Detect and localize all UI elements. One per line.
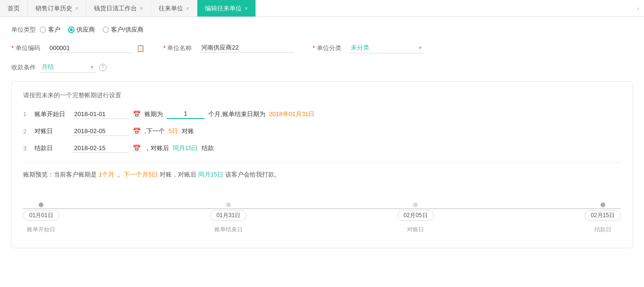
tab-home[interactable]: 首页 (0, 0, 28, 17)
row-2-value: 📅 ,下一个 5日 对账 (72, 127, 194, 136)
timeline: 01月01日 账单开始日 01月31日 账单结束日 02月05日 对账日 (23, 198, 621, 238)
row-3-suffix: 结款 (202, 144, 214, 152)
timeline-dot-0 (39, 203, 43, 207)
row-3-highlight: 同月15日 (173, 144, 198, 152)
radio-group-unit-type: 客户 供应商 客户/供应商 (40, 25, 144, 34)
row-2-num: 2 (23, 128, 34, 135)
radio-both[interactable]: 客户/供应商 (102, 25, 144, 34)
row-1-suffix: 账期为 (144, 110, 163, 118)
unit-name-field: 单位名称 (163, 43, 294, 53)
preview-part3: 同月15日 (198, 171, 223, 178)
setting-row-1: 1 账单开始日 📅 账期为 个月,账单结束日期为 2018年01月31日 (23, 109, 621, 119)
preview-mid: 对账，对账后 (160, 171, 196, 178)
timeline-item-3: 02月15日 结款日 (585, 203, 621, 234)
timeline-sub-2: 对账日 (407, 226, 424, 234)
setting-row-2: 2 对账日 📅 ,下一个 5日 对账 (23, 127, 621, 136)
unit-type-row: 单位类型 客户 供应商 客户/供应商 (11, 25, 633, 34)
row-2-calendar-icon[interactable]: 📅 (133, 127, 141, 135)
preview-part2: 下一个月5日 (124, 171, 158, 178)
radio-both-circle (102, 26, 109, 33)
tab-arrow[interactable]: › (633, 0, 644, 17)
row-1-num: 1 (23, 110, 34, 118)
radio-supplier-circle (68, 26, 75, 33)
preview-end: 该客户会给我打款。 (225, 171, 280, 178)
tab-cash-work[interactable]: 钱货日清工作台 × (86, 0, 151, 17)
row-1-calendar-icon[interactable]: 📅 (133, 110, 141, 118)
unit-code-input[interactable] (48, 43, 133, 53)
tab-sales-history[interactable]: 销售订单历史 × (28, 0, 86, 17)
unit-category-field: 单位分类 未分类 ▼ (313, 42, 424, 53)
help-icon[interactable]: ? (99, 64, 107, 71)
timeline-items: 01月01日 账单开始日 01月31日 账单结束日 02月05日 对账日 (23, 203, 621, 234)
radio-both-label: 客户/供应商 (111, 25, 144, 34)
row-1-date-input[interactable] (72, 110, 129, 119)
row-1-label: 账单开始日 (34, 110, 72, 118)
preview-part1: 1个月 (99, 171, 114, 178)
timeline-badge-1: 01月31日 (210, 210, 246, 221)
tab-edit-partner-label: 编辑往来单位 (205, 4, 242, 13)
row-3-prefix: ，对账后 (144, 144, 169, 152)
unit-category-chevron: ▼ (418, 45, 423, 51)
radio-customer[interactable]: 客户 (40, 25, 60, 34)
timeline-item-2: 02月05日 对账日 (398, 203, 434, 234)
row-2-date-input[interactable] (72, 127, 129, 136)
tab-partner[interactable]: 往来单位 × (151, 0, 197, 17)
unit-code-field: 单位编码 📋 (11, 43, 144, 53)
timeline-item-0: 01月01日 账单开始日 (23, 203, 59, 234)
row-3-calendar-icon[interactable]: 📅 (133, 144, 141, 152)
unit-name-input[interactable] (199, 43, 294, 53)
unit-category-select[interactable]: 未分类 ▼ (349, 42, 424, 53)
row-2-suffix: 对账 (182, 127, 194, 135)
row-2-highlight: 5日 (169, 127, 178, 135)
setting-row-3: 3 结款日 📅 ，对账后 同月15日 结款 (23, 144, 621, 153)
preview-comma: ， (116, 171, 122, 178)
preview-label: 账期预览：当前客户账期是 (23, 171, 97, 178)
preview-section: 账期预览：当前客户账期是 1个月 ， 下一个月5日 对账，对账后 同月15日 该… (23, 162, 621, 238)
tab-sales-history-label: 销售订单历史 (35, 4, 72, 13)
row-3-value: 📅 ，对账后 同月15日 结款 (72, 144, 214, 153)
timeline-sub-3: 结款日 (594, 226, 611, 234)
timeline-dot-1 (226, 203, 231, 207)
tab-sales-history-close[interactable]: × (75, 5, 78, 12)
radio-customer-circle (40, 26, 46, 33)
panel-title: 请按照未来的一个完整帐期进行设置 (23, 91, 621, 100)
page-content: 单位类型 客户 供应商 客户/供应商 单位编码 📋 单位名称 (0, 17, 644, 287)
row-3-num: 3 (23, 145, 34, 152)
unit-name-label: 单位名称 (163, 44, 192, 52)
tab-partner-close[interactable]: × (186, 5, 189, 12)
row-2-label: 对账日 (34, 127, 72, 135)
payment-terms-label: 收款条件 (11, 63, 36, 72)
tabs-bar: 首页 销售订单历史 × 钱货日清工作台 × 往来单位 × 编辑往来单位 × › (0, 0, 644, 17)
settings-panel: 请按照未来的一个完整帐期进行设置 1 账单开始日 📅 账期为 个月,账单结束日期… (11, 81, 633, 248)
row-3-label: 结款日 (34, 144, 72, 152)
payment-terms-value: 月结 (42, 63, 88, 71)
row-1-highlight: 2018年01月31日 (269, 110, 315, 118)
payment-terms-select[interactable]: 月结 ▼ (40, 62, 96, 73)
radio-customer-label: 客户 (48, 25, 60, 34)
unit-category-value: 未分类 (351, 43, 416, 52)
timeline-badge-2: 02月05日 (398, 210, 434, 221)
radio-supplier[interactable]: 供应商 (68, 25, 95, 34)
timeline-dot-3 (601, 203, 605, 207)
unit-code-icon[interactable]: 📋 (136, 44, 144, 52)
period-input[interactable] (167, 109, 204, 119)
unit-fields-row: 单位编码 📋 单位名称 单位分类 未分类 ▼ (11, 42, 633, 53)
tab-cash-work-close[interactable]: × (140, 5, 143, 12)
row-1-period-unit: 个月,账单结束日期为 (208, 110, 265, 118)
payment-terms-chevron: ▼ (90, 65, 94, 70)
timeline-sub-1: 账单结束日 (214, 226, 243, 234)
timeline-sub-0: 账单开始日 (27, 226, 55, 234)
row-2-prefix: ,下一个 (144, 127, 165, 135)
tab-edit-partner-close[interactable]: × (245, 5, 248, 12)
timeline-badge-3: 02月15日 (585, 210, 621, 221)
tab-partner-label: 往来单位 (159, 4, 183, 13)
tab-home-label: 首页 (8, 4, 20, 13)
preview-text: 账期预览：当前客户账期是 1个月 ， 下一个月5日 对账，对账后 同月15日 该… (23, 170, 621, 186)
tab-cash-work-label: 钱货日清工作台 (94, 4, 137, 13)
radio-supplier-label: 供应商 (76, 25, 95, 34)
timeline-item-1: 01月31日 账单结束日 (210, 203, 246, 234)
unit-category-label: 单位分类 (313, 44, 341, 52)
tab-edit-partner[interactable]: 编辑往来单位 × (197, 0, 256, 17)
row-1-value: 📅 账期为 个月,账单结束日期为 2018年01月31日 (72, 109, 314, 119)
row-3-date-input[interactable] (72, 144, 129, 153)
